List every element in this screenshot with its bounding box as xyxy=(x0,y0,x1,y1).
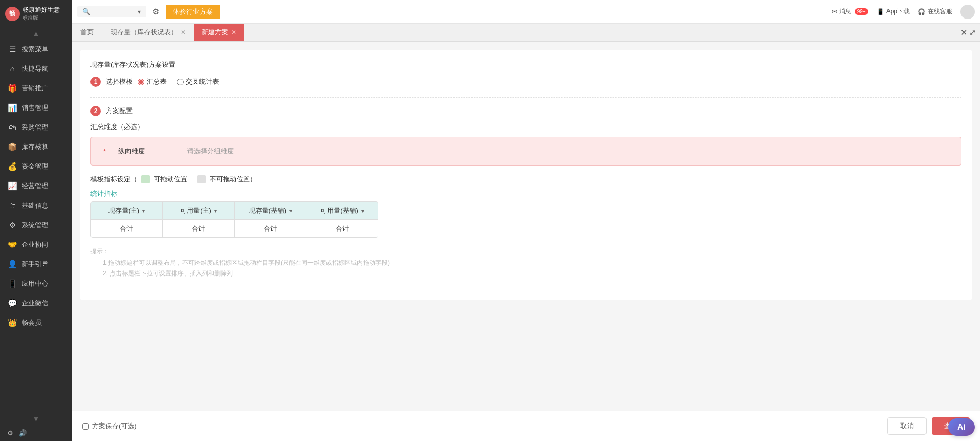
app-name: 畅康通好生意 xyxy=(23,6,60,14)
download-icon: 📱 xyxy=(877,8,884,15)
scroll-up[interactable]: ▲ xyxy=(0,28,72,40)
radio-summary[interactable]: 汇总表 xyxy=(138,77,167,86)
step1-number: 1 xyxy=(90,77,101,87)
sidebar-item-member[interactable]: 👑 畅会员 xyxy=(0,313,72,333)
search-dropdown-btn[interactable]: ▾ xyxy=(138,8,141,15)
sidebar-item-app-center[interactable]: 📱 应用中心 xyxy=(0,274,72,293)
cancel-button[interactable]: 取消 xyxy=(887,417,927,435)
sidebar-bottom: ⚙ 🔊 xyxy=(0,425,72,441)
save-checkbox[interactable]: 方案保存(可选) xyxy=(82,421,137,431)
tab-inventory-status[interactable]: 现存量（库存状况表） ✕ xyxy=(102,24,194,41)
topbar-right: ✉ 消息 99+ 📱 App下载 🎧 在线客服 xyxy=(832,5,975,19)
hint-block: 提示： 1.拖动标题栏可以调整布局，不可跨维度或指标区域拖动栏目字段(只能在同一… xyxy=(90,246,961,280)
stats-col-2: 现存量(基辅) ▾ 合计 xyxy=(235,202,307,237)
app-logo: 畅 畅康通好生意 标准版 xyxy=(0,0,72,28)
sidebar-item-label: 新手引导 xyxy=(22,260,48,269)
tab-new-plan[interactable]: 新建方案 ✕ xyxy=(194,24,244,41)
operations-icon: 📈 xyxy=(7,181,17,191)
page-title: 现存量(库存状况表)方案设置 xyxy=(90,60,961,69)
cooperation-icon: 🤝 xyxy=(7,240,17,249)
marketing-icon: 🎁 xyxy=(7,84,17,93)
hint-1: 1.拖动标题栏可以调整布局，不可跨维度或指标区域拖动栏目字段(只能在同一维度或指… xyxy=(90,258,961,269)
sidebar-item-system[interactable]: ⚙ 系统管理 xyxy=(0,215,72,235)
stats-col-1: 可用量(主) ▾ 合计 xyxy=(163,202,235,237)
tab-inventory-status-label: 现存量（库存状况表） xyxy=(111,28,177,37)
sidebar-item-label: 系统管理 xyxy=(22,220,48,230)
step2-header: 2 方案配置 xyxy=(90,106,961,116)
sidebar-item-purchase[interactable]: 🛍 采购管理 xyxy=(0,118,72,137)
online-service-btn[interactable]: 🎧 在线客服 xyxy=(918,7,952,16)
speaker-icon[interactable]: 🔊 xyxy=(19,429,27,437)
step1-header: 1 选择模板 汇总表 交叉统计表 xyxy=(90,77,961,87)
template-radio-group: 汇总表 交叉统计表 xyxy=(138,77,219,86)
radio-summary-input[interactable] xyxy=(138,79,144,85)
purchase-icon: 🛍 xyxy=(7,123,17,132)
sidebar-item-marketing[interactable]: 🎁 营销推广 xyxy=(0,79,72,98)
stats-col-3-label: 可用量(基辅) xyxy=(320,206,358,215)
sidebar-item-basic-info[interactable]: 🗂 基础信息 xyxy=(0,196,72,215)
sidebar-item-label: 应用中心 xyxy=(22,279,48,288)
tab-inventory-close-icon[interactable]: ✕ xyxy=(180,29,186,36)
stats-col-1-label: 可用量(主) xyxy=(180,206,211,215)
tabbar: 首页 现存量（库存状况表） ✕ 新建方案 ✕ ✕ ⤢ xyxy=(72,24,980,42)
search-input[interactable] xyxy=(94,8,135,15)
save-checkbox-input[interactable] xyxy=(82,423,89,430)
enterprise-wechat-icon: 💬 xyxy=(7,299,17,308)
sidebar-item-cooperation[interactable]: 🤝 企业协同 xyxy=(0,235,72,254)
logo-icon: 畅 xyxy=(5,7,20,21)
sidebar-item-label: 企业微信 xyxy=(22,299,48,308)
sales-icon: 📊 xyxy=(7,103,17,113)
col-2-chevron-icon[interactable]: ▾ xyxy=(289,208,292,214)
sidebar-item-label: 采购管理 xyxy=(22,123,48,132)
col-3-chevron-icon[interactable]: ▾ xyxy=(361,208,364,214)
industry-btn[interactable]: 体验行业方案 xyxy=(166,5,220,19)
quick-nav-icon: ⌂ xyxy=(7,64,17,73)
tab-home[interactable]: 首页 xyxy=(72,24,102,41)
ai-float-button[interactable]: Ai xyxy=(948,418,975,436)
sidebar-item-quick-nav[interactable]: ⌂ 快捷导航 xyxy=(0,59,72,79)
sidebar-item-operations[interactable]: 📈 经营管理 xyxy=(0,176,72,196)
sidebar-item-label: 畅会员 xyxy=(22,318,42,327)
tab-new-plan-close-icon[interactable]: ✕ xyxy=(231,29,237,36)
messages-btn[interactable]: ✉ 消息 99+ xyxy=(832,7,868,16)
chevron-down-icon: ▾ xyxy=(138,8,141,15)
app-download-btn[interactable]: 📱 App下载 xyxy=(877,7,910,16)
user-avatar[interactable] xyxy=(960,5,975,19)
finance-icon: 💰 xyxy=(7,162,17,171)
sidebar-item-finance[interactable]: 💰 资金管理 xyxy=(0,157,72,176)
sidebar-item-search-menu[interactable]: ☰ 搜索菜单 xyxy=(0,40,72,59)
scroll-down[interactable]: ▼ xyxy=(0,413,72,425)
radio-cross[interactable]: 交叉统计表 xyxy=(177,77,219,86)
col-0-chevron-icon[interactable]: ▾ xyxy=(142,208,145,214)
settings-icon[interactable]: ⚙ xyxy=(7,429,13,437)
field-placeholder[interactable]: 请选择分组维度 xyxy=(187,146,234,156)
tab-new-plan-label: 新建方案 xyxy=(202,28,228,37)
sidebar-item-label: 库存核算 xyxy=(22,142,48,152)
basic-info-icon: 🗂 xyxy=(7,201,17,210)
required-field-box: * 纵向维度 —— 请选择分组维度 xyxy=(90,137,961,166)
step1-block: 1 选择模板 汇总表 交叉统计表 xyxy=(90,77,961,87)
tab-close-all-btn[interactable]: ✕ xyxy=(960,28,967,38)
stats-col-1-cell: 合计 xyxy=(163,220,234,237)
system-icon: ⚙ xyxy=(7,220,17,230)
sidebar-item-label: 经营管理 xyxy=(22,181,48,191)
step2-number: 2 xyxy=(90,106,101,116)
col-1-chevron-icon[interactable]: ▾ xyxy=(214,208,217,214)
member-icon: 👑 xyxy=(7,318,17,327)
sidebar-item-newcomer[interactable]: 👤 新手引导 xyxy=(0,254,72,274)
scroll-down-arrow[interactable]: ▼ xyxy=(33,415,39,422)
non-draggable-badge xyxy=(197,175,206,183)
stats-col-0-header: 现存量(主) ▾ xyxy=(91,202,162,220)
field-dash: —— xyxy=(159,148,173,155)
radio-cross-input[interactable] xyxy=(177,79,184,85)
sidebar-item-enterprise-wechat[interactable]: 💬 企业微信 xyxy=(0,293,72,313)
gear-icon[interactable]: ⚙ xyxy=(150,7,161,16)
indicator-config-text: 模板指标设定（ xyxy=(90,175,137,184)
messages-badge: 99+ xyxy=(855,8,868,15)
step1-title: 选择模板 xyxy=(106,77,133,86)
radio-summary-label: 汇总表 xyxy=(147,77,167,86)
tab-expand-btn[interactable]: ⤢ xyxy=(969,28,976,38)
scroll-up-arrow[interactable]: ▲ xyxy=(33,30,39,38)
sidebar-item-sales[interactable]: 📊 销售管理 xyxy=(0,98,72,118)
sidebar-item-inventory[interactable]: 📦 库存核算 xyxy=(0,137,72,157)
